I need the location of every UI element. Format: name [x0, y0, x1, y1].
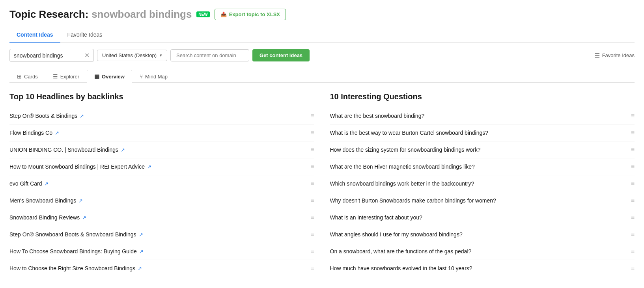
tab-favorite-ideas[interactable]: Favorite Ideas: [60, 28, 110, 43]
cards-icon: ⊞: [17, 73, 22, 80]
menu-icon[interactable]: ≡: [631, 180, 635, 187]
menu-icon[interactable]: ≡: [631, 129, 635, 136]
tab-overview[interactable]: ▦ Overview: [87, 70, 132, 83]
external-link-icon: ↗: [44, 181, 49, 187]
menu-icon[interactable]: ≡: [310, 265, 314, 272]
table-row: Step On® Boots & Bindings ↗ ≡: [9, 108, 314, 124]
headline-link-4[interactable]: How to Mount Snowboard Bindings | REI Ex…: [9, 164, 151, 170]
table-row: evo Gift Card ↗ ≡: [9, 175, 314, 192]
list-item: On a snowboard, what are the functions o…: [330, 243, 635, 260]
question-text-9: On a snowboard, what are the functions o…: [330, 248, 472, 255]
table-row: Flow Bindings Co ↗ ≡: [9, 124, 314, 141]
clear-icon[interactable]: ✕: [84, 52, 90, 59]
headline-link-9[interactable]: How To Choose Snowboard Bindings: Buying…: [9, 248, 144, 255]
list-item: How much have snowboards evolved in the …: [330, 260, 635, 277]
page-title: Topic Research: snowboard bindings: [9, 8, 192, 20]
favorite-ideas-label: Favorite Ideas: [602, 52, 635, 58]
external-link-icon: ↗: [82, 215, 86, 221]
list-item: How does the sizing system for snowboard…: [330, 141, 635, 158]
question-text-1: What are the best snowboard binding?: [330, 113, 425, 119]
list-item: What is the best way to wear Burton Cart…: [330, 124, 635, 141]
tab-mind-map[interactable]: ⑂ Mind Map: [132, 70, 175, 83]
question-text-5: Which snowboard bindings work better in …: [330, 180, 474, 187]
table-row: How to Choose the Right Size Snowboard B…: [9, 260, 314, 277]
table-row: How To Choose Snowboard Bindings: Buying…: [9, 243, 314, 260]
tab-cards-label: Cards: [24, 74, 38, 80]
list-item: What are the best snowboard binding? ≡: [330, 108, 635, 124]
headline-link-10[interactable]: How to Choose the Right Size Snowboard B…: [9, 265, 142, 271]
headline-text-2: Flow Bindings Co: [9, 130, 52, 136]
external-link-icon: ↗: [139, 249, 144, 255]
menu-icon[interactable]: ≡: [631, 146, 635, 153]
domain-search-input[interactable]: [170, 49, 249, 61]
explorer-icon: ☰: [53, 73, 58, 80]
menu-icon[interactable]: ≡: [631, 163, 635, 170]
question-text-2: What is the best way to wear Burton Cart…: [330, 130, 489, 136]
new-badge: NEW: [196, 11, 209, 17]
question-list: What are the best snowboard binding? ≡ W…: [330, 108, 635, 277]
keyword-input-wrap: ✕: [9, 49, 94, 62]
headlines-section: Top 10 Headlines by backlinks Step On® B…: [9, 92, 314, 277]
tab-cards[interactable]: ⊞ Cards: [9, 70, 45, 83]
headline-text-3: UNION BINDING CO. | Snowboard Bindings: [9, 147, 118, 153]
menu-icon[interactable]: ≡: [310, 231, 314, 238]
country-select[interactable]: United States (Desktop) ▾: [97, 50, 167, 61]
menu-icon[interactable]: ≡: [310, 163, 314, 170]
question-text-10: How much have snowboards evolved in the …: [330, 265, 472, 271]
headline-text-6: Men's Snowboard Bindings: [9, 197, 76, 204]
menu-icon[interactable]: ≡: [310, 112, 314, 119]
list-item: Why doesn't Burton Snowboards make carbo…: [330, 192, 635, 209]
headline-link-8[interactable]: Step On® Snowboard Boots & Snowboard Bin…: [9, 231, 143, 238]
page-header: Topic Research: snowboard bindings NEW 📤…: [9, 8, 635, 20]
questions-title: 10 Interesting Questions: [330, 92, 635, 101]
headline-list: Step On® Boots & Bindings ↗ ≡ Flow Bindi…: [9, 108, 314, 277]
menu-icon[interactable]: ≡: [631, 214, 635, 221]
table-row: UNION BINDING CO. | Snowboard Bindings ↗…: [9, 141, 314, 158]
toolbar: ✕ United States (Desktop) ▾ Get content …: [9, 49, 635, 62]
tab-explorer[interactable]: ☰ Explorer: [45, 70, 87, 83]
export-icon: 📤: [220, 11, 227, 17]
menu-icon[interactable]: ≡: [310, 146, 314, 153]
headline-text-10: How to Choose the Right Size Snowboard B…: [9, 265, 135, 271]
table-row: Step On® Snowboard Boots & Snowboard Bin…: [9, 226, 314, 243]
menu-icon[interactable]: ≡: [631, 112, 635, 119]
menu-icon[interactable]: ≡: [310, 197, 314, 204]
headline-link-5[interactable]: evo Gift Card ↗: [9, 180, 49, 187]
external-link-icon: ↗: [80, 113, 84, 119]
menu-icon[interactable]: ≡: [631, 197, 635, 204]
menu-icon[interactable]: ≡: [631, 231, 635, 238]
headlines-title: Top 10 Headlines by backlinks: [9, 92, 314, 101]
menu-icon[interactable]: ≡: [310, 248, 314, 255]
question-text-7: What is an interesting fact about you?: [330, 214, 422, 221]
menu-icon[interactable]: ≡: [310, 180, 314, 187]
list-item: What is an interesting fact about you? ≡: [330, 209, 635, 226]
question-text-8: What angles should I use for my snowboar…: [330, 231, 463, 238]
keyword-input[interactable]: [14, 52, 83, 59]
headline-link-2[interactable]: Flow Bindings Co ↗: [9, 130, 59, 136]
headline-link-7[interactable]: Snowboard Binding Reviews ↗: [9, 214, 86, 221]
headline-link-6[interactable]: Men's Snowboard Bindings ↗: [9, 197, 83, 204]
headline-text-8: Step On® Snowboard Boots & Snowboard Bin…: [9, 231, 136, 238]
export-button[interactable]: 📤 Export topic to XLSX: [215, 9, 286, 20]
tab-overview-label: Overview: [102, 74, 125, 80]
menu-icon[interactable]: ≡: [631, 248, 635, 255]
menu-icon[interactable]: ≡: [310, 129, 314, 136]
list-item: What angles should I use for my snowboar…: [330, 226, 635, 243]
favorite-ideas-link[interactable]: ☰ Favorite Ideas: [594, 52, 635, 59]
tab-mind-map-label: Mind Map: [145, 74, 168, 80]
title-keyword: snowboard bindings: [91, 8, 192, 20]
headline-link-1[interactable]: Step On® Boots & Bindings ↗: [9, 113, 84, 119]
tab-explorer-label: Explorer: [60, 74, 79, 80]
menu-icon[interactable]: ≡: [310, 214, 314, 221]
list-item: What are the Bon Hiver magnetic snowboar…: [330, 158, 635, 175]
list-item: Which snowboard bindings work better in …: [330, 175, 635, 192]
tab-content-ideas[interactable]: Content Ideas: [9, 28, 60, 43]
menu-icon[interactable]: ≡: [631, 265, 635, 272]
headline-link-3[interactable]: UNION BINDING CO. | Snowboard Bindings ↗: [9, 147, 125, 153]
table-row: Men's Snowboard Bindings ↗ ≡: [9, 192, 314, 209]
question-text-6: Why doesn't Burton Snowboards make carbo…: [330, 197, 496, 204]
title-static: Topic Research:: [9, 8, 88, 20]
mind-map-icon: ⑂: [140, 73, 143, 80]
get-ideas-button[interactable]: Get content ideas: [252, 49, 310, 61]
external-link-icon: ↗: [121, 147, 125, 153]
